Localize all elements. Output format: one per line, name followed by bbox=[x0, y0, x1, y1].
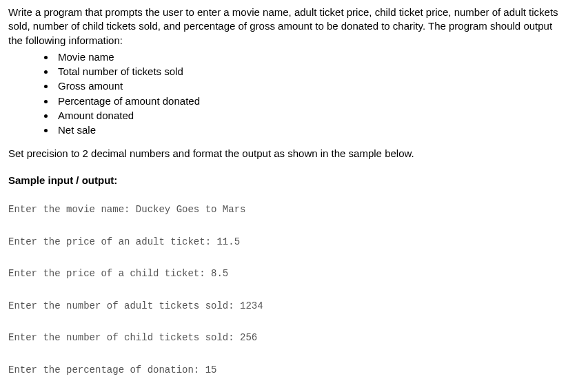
console-line: Enter the percentage of donation: 15 bbox=[8, 363, 569, 377]
bullet-item: Net sale bbox=[55, 123, 569, 137]
console-line: Enter the number of child tickets sold: … bbox=[8, 331, 569, 344]
sample-heading: Sample input / output: bbox=[8, 174, 569, 187]
console-line: Enter the movie name: Duckey Goes to Mar… bbox=[8, 203, 569, 216]
sample-input-block: Enter the movie name: Duckey Goes to Mar… bbox=[8, 189, 569, 392]
console-line: Enter the price of an adult ticket: 11.5 bbox=[8, 235, 569, 249]
output-bullets: Movie name Total number of tickets sold … bbox=[8, 50, 569, 138]
precision-note: Set precision to 2 decimal numbers and f… bbox=[8, 147, 569, 161]
console-line: Enter the price of a child ticket: 8.5 bbox=[8, 267, 569, 280]
bullet-item: Amount donated bbox=[55, 109, 569, 123]
console-line: Enter the number of adult tickets sold: … bbox=[8, 299, 569, 313]
bullet-item: Gross amount bbox=[55, 79, 569, 93]
bullet-item: Movie name bbox=[55, 50, 569, 64]
problem-intro: Write a program that prompts the user to… bbox=[8, 6, 569, 48]
bullet-item: Total number of tickets sold bbox=[55, 65, 569, 79]
bullet-item: Percentage of amount donated bbox=[55, 94, 569, 108]
